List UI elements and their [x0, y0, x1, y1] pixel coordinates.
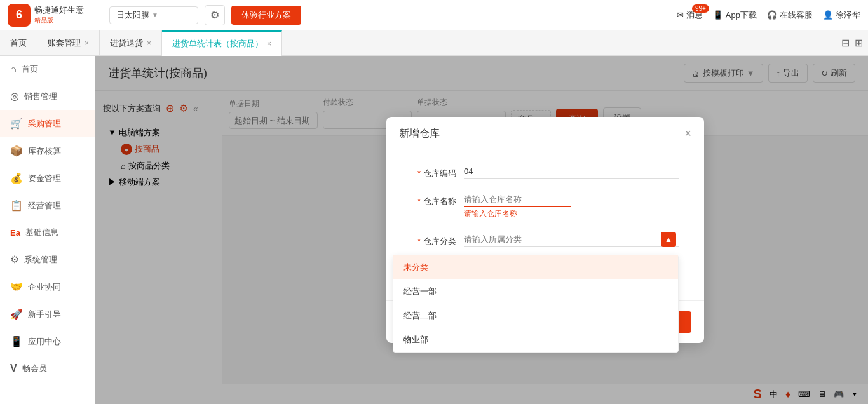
- modal-title: 新增仓库: [399, 127, 440, 140]
- add-warehouse-modal: 新增仓库 × 仓库编码 仓库名称 请输入仓库名称: [386, 117, 704, 343]
- messages-button[interactable]: ✉ 消息 99+: [677, 10, 703, 21]
- app-label: App下载: [726, 10, 757, 21]
- sidebar-item-guide[interactable]: 🚀 新手引导: [0, 300, 95, 328]
- sidebar-purchase-label: 采购管理: [28, 118, 61, 130]
- sales-icon: ◎: [10, 90, 19, 102]
- tab-minimize-icon[interactable]: ⊟: [841, 37, 850, 49]
- app-logo-icon: 6: [8, 4, 31, 27]
- category-label: 仓库分类: [412, 232, 456, 247]
- system-icon: ⚙: [10, 253, 19, 266]
- code-label: 仓库编码: [412, 164, 456, 179]
- category-input[interactable]: [464, 232, 679, 247]
- tab-purchase-return-label: 进货退货: [110, 37, 143, 49]
- sidebar-enterprise-label: 企业协同: [28, 281, 61, 293]
- purchase-icon: 🛒: [10, 118, 23, 130]
- sidebar-item-home[interactable]: ⌂ 首页: [0, 56, 95, 83]
- inventory-icon: 📦: [10, 145, 23, 157]
- user-profile[interactable]: 👤 徐泽华: [823, 10, 860, 21]
- modal-header: 新增仓库 ×: [386, 117, 704, 151]
- sidebar-inventory-label: 库存核算: [28, 145, 61, 157]
- content-area: 进货单统计(按商品) 🖨 按模板打印 ▼ ↑ 导出 ↻ 刷新: [95, 56, 868, 404]
- category-option-dept2[interactable]: 经营二部: [393, 304, 678, 328]
- code-form-row: 仓库编码: [412, 164, 679, 179]
- tab-purchase-stats[interactable]: 进货单统计表（按商品） ×: [162, 30, 282, 56]
- operations-icon: 📋: [10, 199, 23, 212]
- name-error-tip: 请输入仓库名称: [464, 208, 571, 219]
- finance-icon: 💰: [10, 172, 23, 184]
- sidebar: ⌂ 首页 ◎ 销售管理 🛒 采购管理 📦 库存核算 💰 资金管理 📋 经营管理 …: [0, 56, 95, 404]
- sidebar-item-sales[interactable]: ◎ 销售管理: [0, 83, 95, 110]
- category-dropdown-list: 未分类 经营一部 经营二部 物业部: [393, 255, 679, 353]
- tab-purchase-stats-close[interactable]: ×: [267, 39, 271, 48]
- tab-accounts-label: 账套管理: [48, 37, 81, 49]
- warehouse-name-input[interactable]: [464, 192, 571, 207]
- main-layout: ⌂ 首页 ◎ 销售管理 🛒 采购管理 📦 库存核算 💰 资金管理 📋 经营管理 …: [0, 56, 868, 404]
- sidebar-item-vip[interactable]: V 畅会员: [0, 355, 95, 382]
- sidebar-guide-label: 新手引导: [28, 309, 61, 320]
- headphone-icon: 🎧: [767, 10, 777, 20]
- settings-icon[interactable]: ⚙: [205, 5, 225, 25]
- sidebar-item-system[interactable]: ⚙ 系统管理: [0, 246, 95, 273]
- sidebar-item-finance[interactable]: 💰 资金管理: [0, 165, 95, 192]
- header-right: ✉ 消息 99+ 📱 App下载 🎧 在线客服 👤 徐泽华: [677, 10, 860, 21]
- store-selector[interactable]: 日太阳膜 ▼: [109, 6, 198, 24]
- sidebar-apps-label: 应用中心: [28, 336, 61, 347]
- name-field-wrap: 请输入仓库名称: [464, 192, 571, 219]
- category-option-dept1[interactable]: 经营一部: [393, 279, 678, 304]
- app-icon: 📱: [713, 10, 723, 20]
- modal-body: 仓库编码 仓库名称 请输入仓库名称 仓库分类: [386, 151, 704, 300]
- sidebar-item-purchase[interactable]: 🛒 采购管理: [0, 110, 95, 137]
- sidebar-item-apps[interactable]: 📱 应用中心: [0, 328, 95, 355]
- tab-home[interactable]: 首页: [0, 30, 37, 56]
- warehouse-code-input[interactable]: [464, 164, 679, 179]
- sidebar-home-label: 首页: [22, 64, 38, 75]
- apps-icon: 📱: [10, 335, 23, 347]
- enterprise-icon: 🤝: [10, 281, 23, 293]
- sidebar-operations-label: 经营管理: [28, 200, 61, 212]
- sidebar-vip-label: 畅会员: [22, 363, 47, 374]
- vip-icon: V: [10, 363, 17, 374]
- sidebar-item-inventory[interactable]: 📦 库存核算: [0, 137, 95, 165]
- category-dropdown-toggle[interactable]: ▲: [661, 232, 676, 247]
- basic-info-icon: Ea: [10, 228, 20, 238]
- online-service-button[interactable]: 🎧 在线客服: [767, 10, 813, 21]
- guide-icon: 🚀: [10, 308, 23, 320]
- category-dropdown-wrap: ▲ 未分类 经营一部 经营二部 物业部: [464, 232, 679, 247]
- store-name: 日太阳膜: [116, 10, 149, 21]
- sidebar-sales-label: 销售管理: [24, 91, 57, 102]
- tab-home-label: 首页: [10, 37, 27, 49]
- tab-purchase-return-close[interactable]: ×: [147, 39, 151, 48]
- modal-close-icon[interactable]: ×: [684, 127, 691, 140]
- store-dropdown-arrow: ▼: [152, 11, 158, 18]
- username-label: 徐泽华: [836, 10, 860, 21]
- tab-accounts[interactable]: 账套管理 ×: [37, 30, 100, 56]
- home-icon: ⌂: [10, 64, 17, 75]
- sidebar-basic-info-label: 基础信息: [25, 227, 58, 238]
- category-form-row: 仓库分类 ▲ 未分类 经营一部 经营二部 物业部: [412, 232, 679, 247]
- app-download-button[interactable]: 📱 App下载: [713, 10, 757, 21]
- category-option-unclassified[interactable]: 未分类: [393, 255, 678, 279]
- tab-right-actions: ⊟ ⊞: [841, 37, 868, 49]
- tab-purchase-return[interactable]: 进货退货 ×: [100, 30, 162, 56]
- tab-bar: 首页 账套管理 × 进货退货 × 进货单统计表（按商品） × ⊟ ⊞: [0, 30, 868, 56]
- service-label: 在线客服: [780, 10, 813, 21]
- tab-expand-icon[interactable]: ⊞: [855, 37, 863, 49]
- top-header: 6 畅捷通好生意 精品版 日太阳膜 ▼ ⚙ 体验行业方案 ✉ 消息 99+ 📱 …: [0, 0, 868, 30]
- category-option-property[interactable]: 物业部: [393, 328, 678, 352]
- tab-purchase-stats-label: 进货单统计表（按商品）: [172, 38, 263, 50]
- tab-accounts-close[interactable]: ×: [85, 39, 89, 48]
- logo-area: 6 畅捷通好生意 精品版: [8, 4, 103, 27]
- message-badge: 99+: [692, 4, 709, 13]
- sidebar-item-operations[interactable]: 📋 经营管理: [0, 192, 95, 219]
- name-label: 仓库名称: [412, 192, 456, 207]
- logo-text: 畅捷通好生意 精品版: [34, 5, 84, 25]
- sidebar-item-enterprise[interactable]: 🤝 企业协同: [0, 273, 95, 300]
- sidebar-finance-label: 资金管理: [28, 173, 61, 184]
- sidebar-item-basic-info[interactable]: Ea 基础信息: [0, 219, 95, 246]
- user-icon: 👤: [823, 10, 833, 20]
- name-form-row: 仓库名称 请输入仓库名称: [412, 192, 679, 219]
- sidebar-system-label: 系统管理: [24, 254, 57, 266]
- trial-button[interactable]: 体验行业方案: [231, 6, 301, 25]
- message-icon: ✉: [677, 10, 684, 20]
